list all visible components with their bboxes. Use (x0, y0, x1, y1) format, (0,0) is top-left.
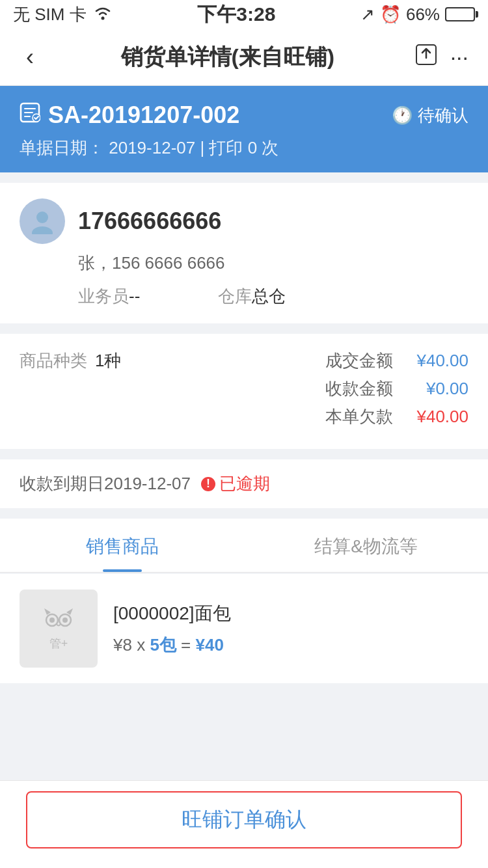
owed-row: 本单欠款 ¥40.00 (325, 405, 468, 428)
order-date: 2019-12-07 (109, 138, 195, 157)
print-label: | 打印 (200, 138, 247, 157)
svg-point-9 (62, 617, 68, 623)
customer-row: 17666666666 (20, 198, 468, 244)
product-section: 管+ [0000002]面包 ¥8 x 5包 = ¥40 (0, 574, 488, 683)
print-count: 0 (248, 138, 257, 157)
order-header: SA-20191207-002 🕐 待确认 单据日期： 2019-12-07 |… (0, 86, 488, 172)
order-icon (20, 102, 40, 129)
owed-label: 本单欠款 (325, 405, 393, 428)
tab-settlement-label: 结算&物流等 (314, 536, 418, 556)
tab-products[interactable]: 销售商品 (0, 519, 244, 572)
date-label: 单据日期： (20, 138, 104, 157)
customer-meta: 业务员 -- 仓库 总仓 (78, 285, 468, 308)
due-section: 收款到期日 2019-12-07 ! 已逾期 (0, 459, 488, 508)
status-time: 下午3:28 (197, 1, 275, 28)
order-status: 🕐 待确认 (392, 104, 468, 127)
more-icon[interactable]: ··· (450, 44, 468, 70)
paid-row: 收款金额 ¥0.00 (325, 377, 468, 400)
due-label: 收款到期日 (20, 472, 104, 495)
equals-sign: = (181, 635, 191, 655)
warehouse-value: 总仓 (252, 285, 286, 308)
avatar (20, 198, 65, 244)
overdue-badge: ! 已逾期 (201, 472, 270, 495)
back-button[interactable]: ‹ (20, 37, 40, 77)
summary-section: 商品种类 1种 成交金额 ¥40.00 收款金额 ¥0.00 本单欠款 ¥40.… (0, 334, 488, 449)
sales-label: 业务员 (78, 285, 129, 308)
order-id-row: SA-20191207-002 🕐 待确认 (20, 102, 468, 129)
status-clock-icon: 🕐 (392, 105, 413, 126)
summary-right: 成交金额 ¥40.00 收款金额 ¥0.00 本单欠款 ¥40.00 (325, 349, 468, 433)
price-unit: ¥8 (113, 635, 132, 655)
nav-right: ··· (415, 44, 468, 71)
customer-name: 张，156 6666 6666 (78, 252, 468, 275)
battery-percent: 66% (406, 5, 440, 25)
battery-icon (445, 7, 475, 21)
bottom-bar: 旺铺订单确认 (0, 780, 488, 868)
owed-value: ¥40.00 (403, 407, 468, 427)
print-unit: 次 (262, 138, 278, 157)
tab-products-label: 销售商品 (86, 536, 159, 556)
product-item: 管+ [0000002]面包 ¥8 x 5包 = ¥40 (0, 574, 488, 683)
order-id-text: SA-20191207-002 (48, 102, 239, 129)
paid-value: ¥0.00 (403, 379, 468, 399)
logo-plus: 管+ (49, 636, 68, 651)
warehouse-label: 仓库 (218, 285, 252, 308)
nav-title: 销货单详情(来自旺铺) (121, 42, 335, 72)
overdue-dot-icon: ! (201, 477, 215, 491)
order-status-text: 待确认 (418, 104, 468, 127)
category-value: 1种 (95, 349, 121, 372)
amount-row: 成交金额 ¥40.00 (325, 349, 468, 372)
category-label: 商品种类 (20, 349, 87, 372)
product-info: [0000002]面包 ¥8 x 5包 = ¥40 (113, 601, 468, 657)
location-icon: ↗ (360, 5, 375, 25)
confirm-button[interactable]: 旺铺订单确认 (26, 791, 462, 848)
wifi-icon (93, 5, 113, 25)
svg-point-8 (49, 617, 55, 623)
sales-value: -- (129, 286, 140, 306)
amount-label: 成交金额 (325, 349, 393, 372)
product-price: ¥8 x 5包 = ¥40 (113, 634, 468, 657)
customer-phone: 17666666666 (78, 208, 221, 235)
product-thumbnail: 管+ (20, 590, 98, 668)
due-date: 2019-12-07 (104, 474, 191, 494)
order-id: SA-20191207-002 (20, 102, 239, 129)
share-icon[interactable] (415, 44, 437, 71)
overdue-text: 已逾期 (219, 472, 270, 495)
tabs-section: 销售商品 结算&物流等 (0, 519, 488, 573)
customer-section: 17666666666 张，156 6666 6666 业务员 -- 仓库 总仓 (0, 183, 488, 323)
order-date-row: 单据日期： 2019-12-07 | 打印 0 次 (20, 137, 468, 159)
status-bar: 无 SIM 卡 下午3:28 ↗ ⏰ 66% (0, 0, 488, 29)
alarm-icon: ⏰ (380, 5, 401, 25)
svg-point-0 (101, 16, 104, 20)
status-left: 无 SIM 卡 (13, 3, 113, 26)
amount-value: ¥40.00 (403, 351, 468, 371)
carrier-label: 无 SIM 卡 (13, 3, 87, 26)
svg-point-4 (36, 211, 48, 223)
product-total: ¥40 (196, 635, 224, 655)
nav-bar: ‹ 销货单详情(来自旺铺) ··· (0, 29, 488, 86)
summary-left: 商品种类 1种 (20, 349, 121, 372)
status-right: ↗ ⏰ 66% (360, 5, 475, 25)
paid-label: 收款金额 (325, 377, 393, 400)
multiply-sign: x (137, 635, 145, 655)
product-name: [0000002]面包 (113, 601, 468, 626)
tab-settlement[interactable]: 结算&物流等 (244, 519, 488, 572)
svg-point-5 (32, 226, 53, 234)
product-quantity: 5包 (150, 635, 176, 655)
